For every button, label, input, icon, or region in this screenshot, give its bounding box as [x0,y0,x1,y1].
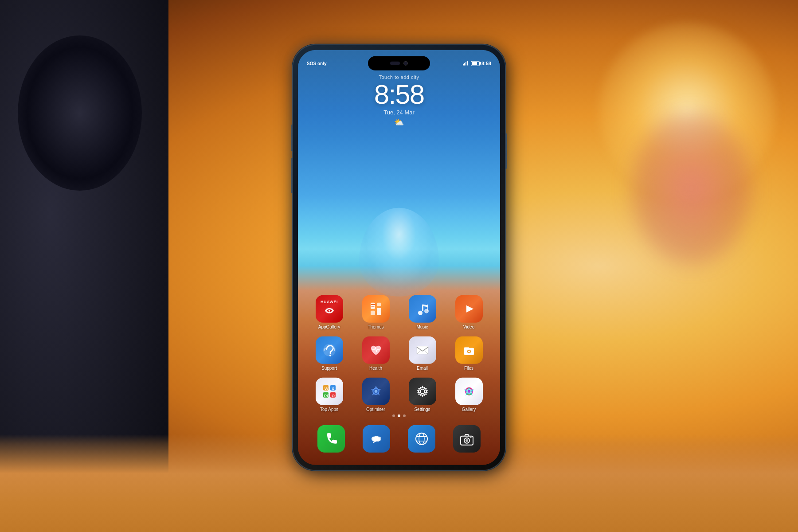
messages-svg [368,431,384,447]
screen: SOS only 8:58 [298,50,500,465]
background-glow-pink [630,111,754,266]
health-svg [368,342,384,359]
optimiser-svg [368,383,384,400]
svg-marker-13 [466,305,473,313]
optimiser-icon [362,378,390,405]
app-item-settings[interactable]: Settings [402,378,443,412]
files-svg [461,342,477,359]
svg-rect-11 [422,305,423,311]
sos-status: SOS only [307,61,326,66]
clock-date: Tue, 24 Mar [298,109,500,116]
page-dot-2 [398,415,400,417]
app-item-gallery[interactable]: Gallery [448,378,489,412]
scene: SOS only 8:58 [0,0,798,532]
camera-svg [458,430,475,447]
clock-subtitle: Touch to add city [298,74,500,80]
svg-rect-1 [464,63,465,66]
app-grid: HUAWEI AppGallery [309,295,489,412]
email-label: Email [417,366,428,371]
topapps-label: Top Apps [320,407,338,412]
support-icon [316,336,343,364]
browser-dock-icon [408,425,435,453]
svg-point-4 [329,310,330,312]
settings-svg [414,383,431,400]
app-item-video[interactable]: Video [448,295,489,329]
notch-sensor [390,62,400,65]
themes-icon [362,295,390,323]
app-item-appgallery[interactable]: HUAWEI AppGallery [309,295,350,329]
topapps-svg: W X PP O [321,383,338,400]
optimiser-label: Optimiser [366,407,385,412]
clock-time: 8:58 [298,81,500,108]
dock-item-messages[interactable] [363,425,390,453]
app-item-optimiser[interactable]: Optimiser [355,378,396,412]
app-item-topapps[interactable]: W X PP O Top Apps [309,378,350,412]
signal-icon [463,61,469,66]
clock-widget[interactable]: Touch to add city 8:58 Tue, 24 Mar ⛅ [298,74,500,127]
support-svg [321,341,338,359]
app-item-email[interactable]: Email [402,336,443,371]
appgallery-label: AppGallery [318,325,340,329]
svg-text:PP: PP [324,394,329,398]
dock-item-browser[interactable] [408,425,435,453]
camera-dock-icon [453,425,481,453]
svg-rect-7 [377,308,381,315]
gallery-svg [461,383,477,400]
wallpaper-water-drop [359,207,439,296]
page-indicator [298,415,500,417]
messages-dock-icon [363,425,390,453]
clock-weather: ⛅ [298,117,500,127]
svg-point-42 [470,437,472,438]
svg-point-35 [416,433,427,445]
app-item-music[interactable]: Music [402,295,443,329]
svg-point-28 [375,390,377,393]
themes-label: Themes [368,325,383,329]
notch [368,56,430,70]
app-item-health[interactable]: Health [355,336,396,371]
svg-point-31 [468,390,470,393]
video-label: Video [463,325,474,329]
app-item-files[interactable]: Files [448,336,489,371]
svg-text:O: O [332,394,335,398]
power-button[interactable] [505,133,507,169]
front-camera [403,61,408,66]
volume-down-button[interactable] [291,158,293,193]
dock-item-phone[interactable] [317,425,345,453]
email-svg [414,342,431,359]
battery-icon [471,61,480,66]
page-dot-1 [392,415,395,417]
music-label: Music [416,325,428,329]
clock-status: 8:58 [481,61,491,66]
svg-point-36 [419,433,424,445]
svg-point-41 [466,439,468,442]
svg-point-15 [329,355,331,356]
svg-rect-3 [467,61,468,66]
svg-rect-16 [417,346,428,354]
svg-rect-0 [463,64,464,66]
dock [309,425,489,453]
phone-dock-icon [317,425,345,453]
svg-rect-2 [466,62,466,66]
gallery-icon [455,378,483,405]
svg-text:X: X [332,387,334,391]
support-label: Support [321,366,337,371]
music-icon [409,295,436,323]
svg-text:W: W [325,387,329,391]
phone-svg [324,431,339,446]
files-icon [455,336,483,364]
health-icon [362,336,390,364]
background-object-dark [18,35,142,191]
volume-up-button[interactable] [291,125,293,151]
svg-rect-6 [377,303,381,306]
battery-fill [472,62,477,65]
dock-item-camera[interactable] [453,425,481,453]
appgallery-logo [323,306,336,315]
svg-rect-8 [371,311,375,315]
status-right: 8:58 [463,61,491,66]
app-item-support[interactable]: Support [309,336,350,371]
browser-svg [413,430,430,447]
settings-icon [409,378,436,405]
app-item-themes[interactable]: Themes [355,295,396,329]
music-svg [415,301,430,317]
svg-rect-5 [371,303,375,309]
